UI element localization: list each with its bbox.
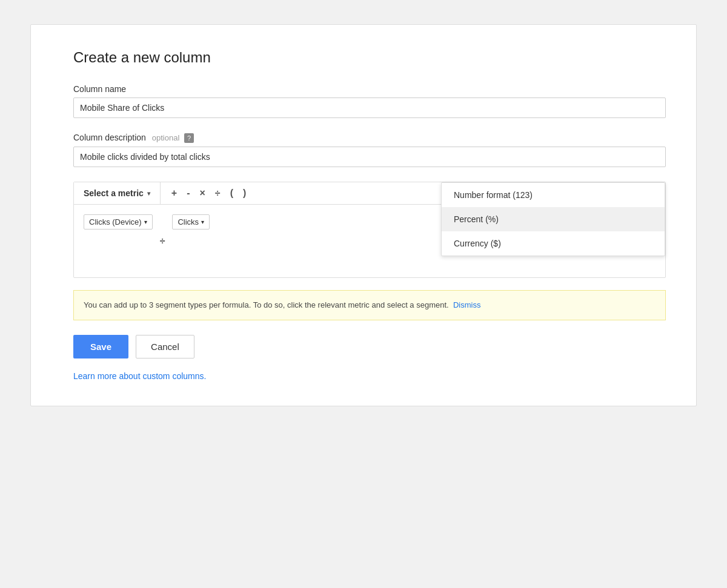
help-icon[interactable]: ? bbox=[184, 133, 194, 143]
clicks-label: Clicks bbox=[178, 217, 199, 226]
clicks-arrow-icon: ▾ bbox=[201, 219, 204, 225]
clicks-device-arrow-icon: ▾ bbox=[144, 219, 147, 225]
multiply-operator-button[interactable]: × bbox=[199, 185, 207, 201]
cancel-button[interactable]: Cancel bbox=[136, 335, 194, 358]
formula-body: Clicks (Device) ▾ ÷ Clicks ▾ Number form… bbox=[74, 205, 665, 277]
number-format-dropdown: Number format (123) Percent (%) Currency… bbox=[441, 182, 665, 256]
minus-operator-button[interactable]: - bbox=[185, 185, 191, 201]
column-description-input[interactable] bbox=[73, 147, 666, 167]
page-title: Create a new column bbox=[73, 49, 666, 66]
info-banner-text: You can add up to 3 segment types per fo… bbox=[84, 300, 449, 309]
formula-section: Select a metric ▾ + - × ÷ ( ) Number for… bbox=[73, 182, 666, 278]
currency-format-option[interactable]: Currency ($) bbox=[442, 231, 665, 256]
select-metric-label: Select a metric bbox=[84, 188, 144, 198]
select-metric-button[interactable]: Select a metric ▾ bbox=[74, 182, 161, 204]
clicks-pill[interactable]: Clicks ▾ bbox=[172, 214, 210, 230]
select-metric-arrow-icon: ▾ bbox=[147, 190, 150, 197]
column-name-label: Column name bbox=[73, 84, 666, 94]
save-button[interactable]: Save bbox=[73, 335, 128, 358]
clicks-device-label: Clicks (Device) bbox=[89, 217, 142, 226]
column-description-label: Column description optional ? bbox=[73, 133, 666, 143]
column-name-input[interactable] bbox=[73, 97, 666, 118]
optional-label: optional bbox=[152, 133, 180, 142]
column-name-field: Column name bbox=[73, 84, 666, 133]
divide-operator-button[interactable]: ÷ bbox=[214, 185, 222, 201]
column-description-field: Column description optional ? bbox=[73, 133, 666, 182]
percent-format-option[interactable]: Percent (%) bbox=[442, 207, 665, 231]
info-banner: You can add up to 3 segment types per fo… bbox=[73, 290, 666, 320]
clicks-device-pill[interactable]: Clicks (Device) ▾ bbox=[84, 214, 153, 230]
formula-divide-operator: ÷ bbox=[159, 233, 167, 249]
button-row: Save Cancel bbox=[73, 335, 666, 358]
close-paren-operator-button[interactable]: ) bbox=[242, 185, 247, 201]
number-format-option[interactable]: Number format (123) bbox=[442, 183, 665, 207]
open-paren-operator-button[interactable]: ( bbox=[229, 185, 234, 201]
learn-more-link[interactable]: Learn more about custom columns. bbox=[73, 371, 206, 381]
create-column-panel: Create a new column Column name Column d… bbox=[30, 24, 697, 406]
plus-operator-button[interactable]: + bbox=[170, 185, 178, 201]
dismiss-link[interactable]: Dismiss bbox=[453, 300, 481, 309]
